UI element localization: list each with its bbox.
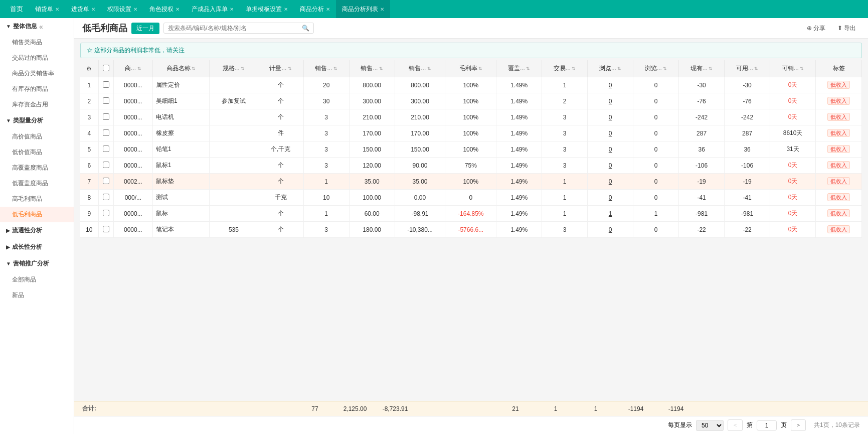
row-sales-qty: 3 (303, 222, 349, 238)
search-icon[interactable]: 🔍 (302, 25, 309, 32)
row-saleable: 8610天 (770, 125, 816, 141)
row-select-checkbox[interactable] (103, 226, 109, 232)
row-current: -242 (679, 109, 725, 125)
sidebar-section-flow[interactable]: ▶ 流通性分析 (0, 222, 74, 239)
col-spec[interactable]: 规格... (210, 60, 258, 77)
row-browse1[interactable]: 0 (588, 222, 633, 238)
nav-template[interactable]: 单据模板设置 ✕ (240, 0, 294, 18)
row-available: 36 (725, 141, 770, 158)
nav-goods-analysis[interactable]: 商品分析 ✕ (294, 0, 336, 18)
sidebar-item-low-coverage[interactable]: 低覆盖度商品 (0, 176, 74, 191)
sidebar-item-low-value[interactable]: 低价值商品 (0, 144, 74, 160)
sidebar-item-traded-goods[interactable]: 交易过的商品 (0, 50, 74, 66)
nav-purchase[interactable]: 进货单 ✕ (65, 0, 101, 18)
row-name: 鼠标1 (153, 158, 210, 174)
row-browse1[interactable]: 0 (588, 174, 633, 190)
select-all-checkbox[interactable] (103, 65, 109, 71)
col-gross-rate[interactable]: 毛利率 (445, 60, 496, 77)
sidebar-collapse[interactable]: « (39, 23, 43, 31)
row-browse1[interactable]: 0 (588, 93, 633, 109)
row-select-checkbox[interactable] (103, 146, 109, 152)
row-sales-price: 35.00 (349, 174, 395, 190)
row-code: 0000... (113, 77, 153, 93)
overview-arrow: ▼ (6, 24, 11, 29)
nav-product-storage-close[interactable]: ✕ (230, 7, 234, 12)
sidebar-item-goods-classification[interactable]: 商品分类销售率 (0, 66, 74, 81)
nav-purchase-close[interactable]: ✕ (91, 7, 95, 12)
col-settings[interactable]: ⚙ (80, 60, 98, 77)
nav-sales-close[interactable]: ✕ (55, 7, 59, 12)
nav-goods-analysis-close[interactable]: ✕ (326, 7, 330, 12)
nav-role-close[interactable]: ✕ (176, 7, 180, 12)
row-gross-rate: 100% (445, 141, 496, 158)
nav-home[interactable]: 首页 (4, 0, 29, 18)
nav-template-close[interactable]: ✕ (284, 7, 288, 12)
next-page-button[interactable]: ＞ (791, 419, 806, 431)
time-filter-button[interactable]: 近一月 (131, 23, 159, 34)
col-coverage[interactable]: 覆盖... (496, 60, 542, 77)
row-browse1[interactable]: 0 (588, 109, 633, 125)
row-checkbox (98, 141, 113, 158)
row-select-checkbox[interactable] (103, 81, 109, 88)
nav-sales[interactable]: 销货单 ✕ (29, 0, 65, 18)
per-page-select[interactable]: 50 100 200 (696, 420, 724, 431)
col-saleable[interactable]: 可销... (770, 60, 816, 77)
col-current[interactable]: 现有... (679, 60, 725, 77)
tag-badge: 低收入 (827, 225, 850, 233)
sidebar-item-occupied-funds[interactable]: 库存资金占用 (0, 97, 74, 112)
footer-available: -1194 (656, 405, 696, 412)
sidebar-item-sales-category[interactable]: 销售类商品 (0, 35, 74, 50)
row-select-checkbox[interactable] (103, 97, 109, 104)
sidebar-item-high-value[interactable]: 高价值商品 (0, 129, 74, 144)
row-browse1[interactable]: 0 (588, 125, 633, 141)
page-input[interactable] (757, 420, 777, 430)
col-unit[interactable]: 计量... (258, 60, 303, 77)
nav-permission[interactable]: 权限设置 ✕ (101, 0, 143, 18)
row-select-checkbox[interactable] (103, 194, 109, 200)
share-button[interactable]: ⊕ 分享 (803, 23, 829, 34)
search-input[interactable] (168, 25, 302, 32)
col-browse2[interactable]: 浏览... (633, 60, 679, 77)
prev-page-button[interactable]: ＜ (728, 419, 743, 431)
col-sales-qty[interactable]: 销售... (303, 60, 349, 77)
row-browse1[interactable]: 0 (588, 141, 633, 158)
col-code[interactable]: 商... (113, 60, 153, 77)
col-name[interactable]: 商品名称 (153, 60, 210, 77)
nav-goods-analysis-list-close[interactable]: ✕ (380, 7, 384, 12)
col-sales-profit[interactable]: 销售... (395, 60, 445, 77)
row-select-checkbox[interactable] (103, 210, 109, 216)
col-browse1[interactable]: 浏览... (588, 60, 633, 77)
sidebar-item-new-goods[interactable]: 新品 (0, 287, 74, 303)
row-browse1[interactable]: 0 (588, 158, 633, 174)
sidebar-item-high-coverage[interactable]: 高覆盖度商品 (0, 160, 74, 176)
row-transaction: 1 (542, 174, 588, 190)
col-transaction[interactable]: 交易... (542, 60, 588, 77)
row-transaction: 1 (542, 77, 588, 93)
sidebar-section-growth[interactable]: ▶ 成长性分析 (0, 239, 74, 255)
row-select-checkbox[interactable] (103, 113, 109, 120)
sidebar-section-overview[interactable]: ▼ 整体信息 « (0, 18, 74, 35)
row-select-checkbox[interactable] (103, 178, 109, 184)
row-browse1[interactable]: 0 (588, 77, 633, 93)
share-icon: ⊕ (807, 25, 812, 32)
row-checkbox (98, 158, 113, 174)
row-select-checkbox[interactable] (103, 162, 109, 168)
export-button[interactable]: ⬆ 导出 (833, 23, 860, 34)
row-browse1[interactable]: 1 (588, 206, 633, 222)
nav-product-storage[interactable]: 产成品入库单 ✕ (186, 0, 240, 18)
sidebar-section-marketing[interactable]: ▼ 营销推广分析 (0, 255, 74, 272)
sidebar-item-all-goods[interactable]: 全部商品 (0, 272, 74, 287)
row-select-checkbox[interactable] (103, 129, 109, 136)
nav-goods-analysis-list[interactable]: 商品分析列表 ✕ (336, 0, 390, 18)
nav-role[interactable]: 角色授权 ✕ (143, 0, 186, 18)
settings-icon[interactable]: ⚙ (86, 65, 92, 72)
col-sales-price[interactable]: 销售... (349, 60, 395, 77)
sidebar-item-high-profit[interactable]: 高毛利商品 (0, 191, 74, 207)
row-browse1[interactable]: 0 (588, 190, 633, 206)
sidebar-item-low-profit[interactable]: 低毛利商品 (0, 207, 74, 222)
row-available: -106 (725, 158, 770, 174)
sidebar-section-value[interactable]: ▼ 类型量分析 (0, 112, 74, 129)
sidebar-item-inventory-goods[interactable]: 有库存的商品 (0, 81, 74, 97)
nav-permission-close[interactable]: ✕ (133, 7, 137, 12)
col-available[interactable]: 可用... (725, 60, 770, 77)
